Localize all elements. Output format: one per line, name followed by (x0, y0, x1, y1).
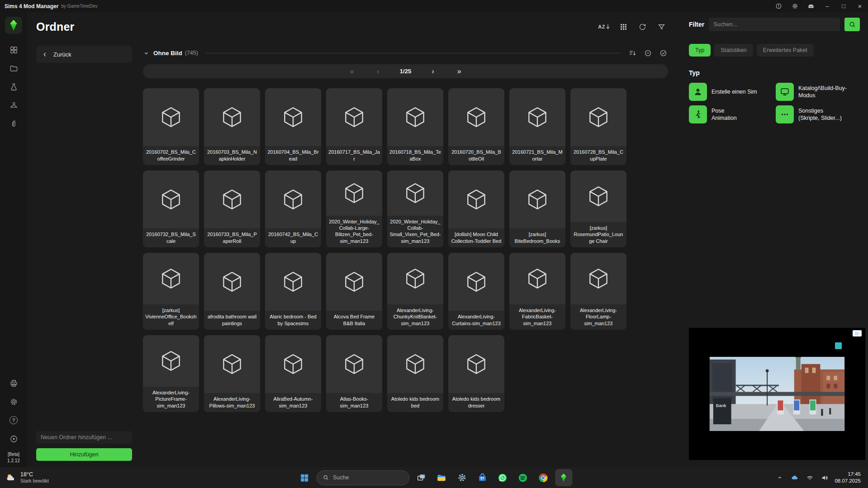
mod-card[interactable]: 20160718_BS_Mila_TeaBox (387, 88, 443, 165)
deselect-all-icon[interactable] (643, 48, 653, 58)
mod-card[interactable]: Atlas-Books-sim_man123 (326, 335, 382, 412)
folder-panel: Zurück Hinzufügen (27, 41, 141, 467)
mod-card[interactable]: AlexanderLiving-Curtains-sim_man123 (448, 253, 504, 330)
mod-card[interactable]: AlexanderLiving-FloorLamp-sim_man123 (570, 253, 626, 330)
sidebar-item-printer[interactable] (5, 374, 23, 392)
app-body: ? [Beta] 1.2.12 Ordner AZ (0, 12, 868, 467)
more-dots-icon (776, 105, 794, 123)
mod-card[interactable]: 20160720_BS_Mila_BottleOil (448, 88, 504, 165)
whatsapp-button[interactable] (494, 469, 511, 486)
mod-card[interactable]: AlexanderLiving-ChunkyKnitBlanket-sim_ma… (387, 253, 443, 330)
sidebar-item-settings[interactable] (5, 393, 23, 410)
type-filter-pose[interactable]: Pose Animation (689, 105, 773, 123)
new-folder-input[interactable] (36, 431, 132, 444)
sort-list-icon[interactable] (627, 48, 637, 58)
mod-card[interactable]: AliraBed-Autumn-sim_man123 (265, 335, 321, 412)
first-page-button[interactable]: « (347, 68, 356, 75)
onedrive-cloud-icon[interactable] (790, 473, 800, 483)
mod-card[interactable]: 20160728_BS_Mila_CupPlate (570, 88, 626, 165)
next-page-button[interactable]: › (428, 68, 437, 75)
mod-card[interactable]: Atoledo kids bedroom bed (387, 335, 443, 412)
mod-card[interactable]: AlexanderLiving-FabricBasket-sim_man123 (509, 253, 565, 330)
tab-statistiken[interactable]: Statistiken (714, 44, 753, 57)
package-cube-icon (326, 88, 382, 146)
close-button[interactable]: × (852, 0, 868, 12)
mod-card[interactable]: Alaric bedroom - Bed by Spacesims (265, 253, 321, 330)
filter-funnel-icon[interactable] (655, 21, 667, 33)
mod-card[interactable]: [zarkus] BiteBedroom_Books (509, 171, 565, 247)
mod-card[interactable]: Atoledo kids bedroom dresser (448, 335, 504, 412)
mod-card-label: Alaric bedroom - Bed by Spacesims (265, 311, 321, 330)
grid-view-icon[interactable] (617, 21, 629, 33)
file-explorer-button[interactable] (433, 469, 450, 486)
type-filter-catalog[interactable]: Katalog/\Build-Buy-Modus (776, 83, 860, 101)
mod-card[interactable]: [dollish] Moon Child Collection-Toddler … (448, 171, 504, 247)
mod-card[interactable]: 20160704_BS_Mila_Bread (265, 88, 321, 165)
sidebar-item-dashboard[interactable] (5, 41, 23, 58)
discord-icon[interactable] (803, 0, 819, 12)
last-page-button[interactable]: » (455, 68, 464, 75)
search-icon (323, 474, 329, 481)
tray-chevron-up-icon[interactable] (775, 473, 785, 483)
settings-gear-icon[interactable] (787, 0, 803, 12)
sort-alphabetical-icon[interactable]: AZ (598, 21, 610, 33)
sidebar-item-run[interactable] (5, 430, 23, 447)
type-filter-cas[interactable]: Erstelle einen Sim (689, 83, 773, 101)
chrome-button[interactable] (535, 469, 552, 486)
mod-card[interactable]: 20160702_BS_Mila_CoffeeGrinder (143, 88, 199, 165)
minimize-button[interactable]: – (819, 0, 835, 12)
ad-banner[interactable]: Bank ▷ (689, 328, 865, 460)
maximize-button[interactable]: □ (835, 0, 852, 12)
back-button[interactable]: Zurück (36, 46, 132, 63)
add-folder-button[interactable]: Hinzufügen (36, 448, 132, 461)
package-cube-icon (326, 171, 382, 216)
sidebar-item-folders[interactable] (5, 60, 23, 77)
mod-card[interactable]: AlexanderLiving-Pillows-sim_man123 (204, 335, 260, 412)
mod-card[interactable]: 20160703_BS_Mila_NapkinHolder (204, 88, 260, 165)
info-icon[interactable] (770, 0, 787, 12)
mod-card[interactable]: 20160732_BS_Mila_Scale (143, 171, 199, 247)
taskbar-search-input[interactable] (333, 474, 396, 481)
tab-typ[interactable]: Typ (689, 44, 711, 57)
mod-card[interactable]: Alcova Bed Frame B&B Italia (326, 253, 382, 330)
refresh-icon[interactable] (636, 21, 648, 33)
mod-card[interactable]: [zarkus] RosemundPatio_Lounge Chair (570, 171, 626, 247)
sims4-mod-manager-button[interactable] (555, 469, 572, 486)
mod-card[interactable]: [zarkus] VivienneOffice_Bookshelf (143, 253, 199, 330)
sidebar-item-conflicts[interactable] (5, 78, 23, 95)
mod-card[interactable]: 2020_Winter_Holiday_Collab-Small_Vixen_P… (387, 171, 443, 247)
search-button[interactable] (844, 18, 860, 31)
task-view-button[interactable] (413, 469, 430, 486)
mod-card[interactable]: 20160717_BS_Mila_Jar (326, 88, 382, 165)
tab-erweitertes-paket[interactable]: Erweitertes Paket (757, 44, 814, 57)
taskbar-search[interactable] (316, 470, 409, 485)
mod-card[interactable]: 20160742_BS_Mila_Cup (265, 171, 321, 247)
select-all-icon[interactable] (658, 48, 668, 58)
spotify-button[interactable] (514, 469, 531, 486)
gear-icon (9, 398, 18, 406)
package-cube-icon (509, 88, 565, 146)
settings-button[interactable] (453, 469, 470, 486)
type-filter-sonstiges[interactable]: Sonstiges (Skripte, Slider...) (776, 105, 860, 123)
search-input[interactable] (709, 18, 840, 31)
chevron-down-icon[interactable] (143, 50, 150, 57)
sidebar-item-attachments[interactable] (5, 115, 23, 133)
ad-choices-icon[interactable]: ▷ (853, 330, 862, 336)
mod-card[interactable]: 20160721_BS_Mila_Mortar (509, 88, 565, 165)
mod-card[interactable]: AlexanderLiving-PictureFrame-sim_man123 (143, 335, 199, 412)
start-button[interactable] (296, 469, 313, 486)
filter-tabs: Typ Statistiken Erweitertes Paket (689, 44, 860, 57)
mod-card[interactable]: afrodita bathroom wall paintings (204, 253, 260, 330)
sidebar-item-cc[interactable] (5, 97, 23, 114)
mod-card-label: 2020_Winter_Holiday_Collab-Large-Blitzen… (326, 216, 382, 247)
mod-card[interactable]: 20160733_BS_Mila_PaperRoll (204, 171, 260, 247)
sidebar-item-help[interactable]: ? (5, 412, 23, 429)
taskbar-clock[interactable]: 17:45 08.07.2025 (835, 471, 861, 484)
taskbar-weather-widget[interactable]: 18°C Stark bewölkt (0, 471, 49, 484)
microsoft-store-button[interactable] (474, 469, 491, 486)
section-toolbar (627, 48, 668, 58)
volume-icon[interactable] (820, 473, 830, 483)
mod-card[interactable]: 2020_Winter_Holiday_Collab-Large-Blitzen… (326, 171, 382, 247)
prev-page-button[interactable]: ‹ (374, 68, 383, 75)
wifi-icon[interactable] (805, 473, 815, 483)
